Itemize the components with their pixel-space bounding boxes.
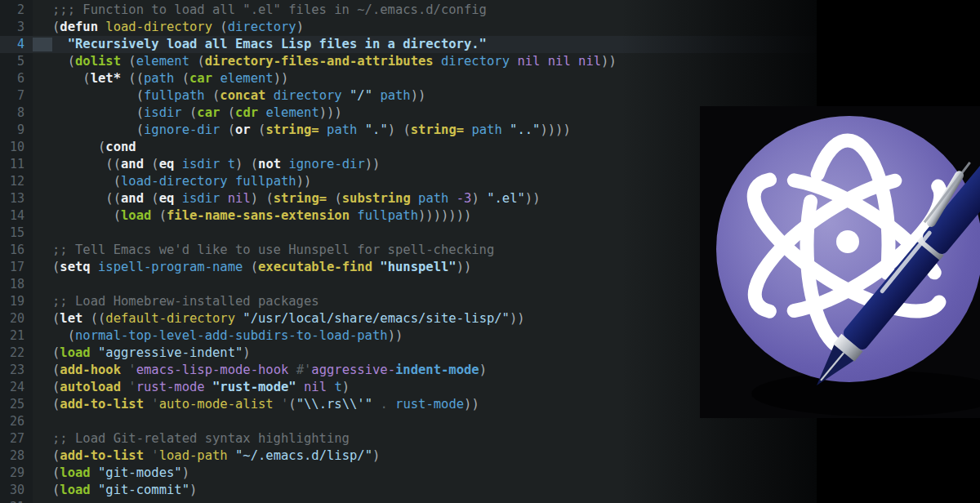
- line-number: 11: [0, 156, 24, 173]
- line-number: 22: [0, 345, 24, 362]
- code-text: (load-directory fullpath)): [24, 173, 311, 190]
- line-number: 30: [0, 482, 24, 499]
- line-number: 19: [0, 293, 24, 310]
- code-line[interactable]: 27;; Load Git-related syntax highlightin…: [0, 430, 817, 447]
- code-text: (load "aggressive-indent"): [24, 345, 251, 362]
- line-number: 21: [0, 327, 24, 345]
- line-number: 8: [0, 105, 24, 122]
- line-number: 2: [0, 2, 24, 19]
- line-number: 28: [0, 447, 24, 465]
- line-number: 7: [0, 87, 24, 105]
- code-line[interactable]: 30(load "git-commit"): [0, 482, 817, 499]
- code-line[interactable]: 5 (dolist (element (directory-files-and-…: [0, 53, 817, 70]
- code-text: (let ((default-directory "/usr/local/sha…: [24, 310, 525, 327]
- line-number: 20: [0, 310, 24, 327]
- code-text: (setq ispell-program-name (executable-fi…: [24, 259, 471, 276]
- code-text: (load "git-modes"): [24, 465, 189, 482]
- code-text: (add-hook 'emacs-lisp-mode-hook #'aggres…: [24, 362, 487, 379]
- code-text: (fullpath (concat directory "/" path)): [24, 87, 425, 105]
- code-text: ((and (eq isdir t) (not ignore-dir)): [24, 156, 380, 173]
- code-text: (normal-top-level-add-subdirs-to-load-pa…: [24, 327, 403, 345]
- line-number: 18: [0, 276, 24, 293]
- emacs-screenshot: 2;;; Function to load all ".el" files in…: [0, 0, 980, 503]
- line-number: 15: [0, 225, 24, 242]
- line-number: 13: [0, 190, 24, 207]
- code-line[interactable]: 6 (let* ((path (car element)): [0, 70, 817, 87]
- emacs-logo: [686, 90, 980, 425]
- line-number: 31: [0, 499, 24, 503]
- code-line[interactable]: 4 "Recursively load all Emacs Lisp files…: [0, 36, 817, 53]
- code-text: [24, 499, 52, 503]
- code-text: (ignore-dir (or (string= path ".") (stri…: [24, 122, 571, 139]
- code-text: (load "git-commit"): [24, 482, 197, 499]
- line-number: 9: [0, 122, 24, 139]
- line-number: 23: [0, 362, 24, 379]
- line-number: 14: [0, 207, 24, 225]
- code-text: (load (file-name-sans-extension fullpath…: [24, 207, 471, 225]
- code-text: ;; Tell Emacs we'd like to use Hunspell …: [24, 242, 494, 259]
- code-text: ;; Load Git-related syntax highlighting: [24, 430, 350, 447]
- line-number: 27: [0, 430, 24, 447]
- code-text: (let* ((path (car element)): [24, 70, 288, 87]
- code-text: (autoload 'rust-mode "rust-mode" nil t): [24, 379, 350, 396]
- line-number: 4: [0, 36, 24, 53]
- code-text: ;; Load Homebrew-installed packages: [24, 293, 319, 310]
- code-text: (add-to-list 'load-path "~/.emacs.d/lisp…: [24, 447, 380, 465]
- code-text: [24, 225, 52, 242]
- code-text: (isdir (car (cdr element))): [24, 105, 342, 122]
- code-text: (defun load-directory (directory): [24, 19, 304, 36]
- code-line[interactable]: 31: [0, 499, 817, 503]
- line-number: 26: [0, 413, 24, 430]
- line-number: 24: [0, 379, 24, 396]
- fringe-cursor-highlight: [33, 38, 52, 51]
- code-text: ;;; Function to load all ".el" files in …: [24, 2, 487, 19]
- code-text: (cond: [24, 139, 136, 156]
- code-line[interactable]: 28(add-to-list 'load-path "~/.emacs.d/li…: [0, 447, 817, 465]
- line-number: 25: [0, 396, 24, 413]
- code-text: (dolist (element (directory-files-and-at…: [24, 53, 617, 70]
- code-text: [24, 413, 52, 430]
- line-number: 3: [0, 19, 24, 36]
- line-number: 16: [0, 242, 24, 259]
- code-text: [24, 276, 52, 293]
- code-text: (add-to-list 'auto-mode-alist '("\\.rs\\…: [24, 396, 479, 413]
- code-line[interactable]: 2;;; Function to load all ".el" files in…: [0, 2, 817, 19]
- line-number: 12: [0, 173, 24, 190]
- line-number: 6: [0, 70, 24, 87]
- atom-nucleus-dot: [836, 230, 859, 253]
- code-text: ((and (eq isdir nil) (string= (substring…: [24, 190, 540, 207]
- line-number: 29: [0, 465, 24, 482]
- code-line[interactable]: 29(load "git-modes"): [0, 465, 817, 482]
- code-text: "Recursively load all Emacs Lisp files i…: [24, 36, 487, 53]
- code-line[interactable]: 3(defun load-directory (directory): [0, 19, 817, 36]
- line-number: 17: [0, 259, 24, 276]
- line-number: 5: [0, 53, 24, 70]
- line-number: 10: [0, 139, 24, 156]
